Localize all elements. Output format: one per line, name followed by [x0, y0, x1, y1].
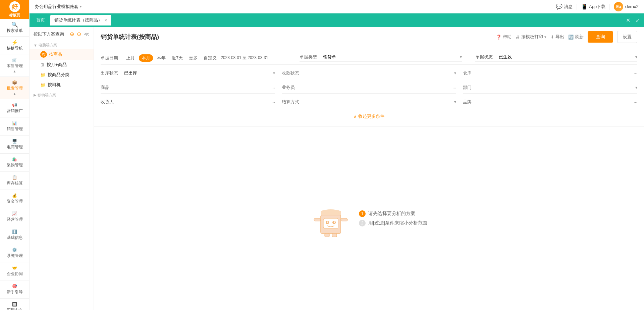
- sidebar-item-apps[interactable]: 🔲 应用中心: [0, 299, 29, 310]
- wholesale-label: 批发管理: [7, 86, 23, 91]
- sidebar-item-purchase[interactable]: 🛍️ 采购管理: [0, 154, 29, 172]
- export-icon: ⬇: [550, 35, 554, 40]
- date-last-month[interactable]: 上月: [124, 54, 137, 62]
- empty-hint-1: 1 请先选择要分析的方案: [359, 210, 427, 217]
- scheme-by-category-label: 按商品分类: [48, 72, 69, 78]
- page-header-actions: ❓ 帮助 🖨 按模板打印 ▾ ⬇ 导出 🔄 刷新: [496, 31, 637, 47]
- svg-point-5: [334, 221, 335, 223]
- print-icon: 🖨: [516, 35, 520, 40]
- sidebar-search-label: 搜索菜单: [3, 28, 26, 34]
- hint2-num: 2: [359, 220, 366, 226]
- industry-selector[interactable]: 办公用品行业模拟账套 ▾: [35, 4, 82, 10]
- month-goods-icon: 🗓: [40, 62, 45, 67]
- app-logo: 好 标板页: [0, 0, 29, 19]
- sidebar-item-basic[interactable]: ℹ️ 基础信息: [0, 226, 29, 244]
- collapse-bar[interactable]: ∧ 收起更多条件: [101, 111, 637, 122]
- refresh-action[interactable]: 🔄 刷新: [568, 34, 584, 40]
- scheme-by-category[interactable]: 📁 按商品分类: [30, 70, 94, 80]
- date-this-year[interactable]: 本年: [155, 54, 168, 62]
- hint2-label: 用[过滤]条件来缩小分析范围: [368, 220, 427, 226]
- add-scheme-icon[interactable]: ⊕: [70, 31, 74, 37]
- query-button[interactable]: 查询: [588, 31, 613, 43]
- sales-icon: 📊: [12, 121, 17, 125]
- system-icon: ⚙️: [12, 248, 17, 252]
- date-custom[interactable]: 自定义: [202, 54, 219, 62]
- user-menu[interactable]: Ea demo2: [614, 2, 639, 11]
- out-status-value: 已出库: [124, 70, 137, 76]
- settlement-dropdown-icon[interactable]: ▾: [454, 100, 456, 104]
- message-action[interactable]: 💬 消息: [556, 3, 573, 10]
- svg-rect-8: [325, 234, 329, 237]
- apps-label: 应用中心: [7, 307, 23, 310]
- salesperson-ellipsis[interactable]: ···: [452, 85, 456, 90]
- driver-icon: 📁: [40, 83, 46, 88]
- sidebar-item-enterprise[interactable]: 🤝 企业协同: [0, 262, 29, 280]
- marketing-icon: 📢: [12, 103, 17, 107]
- sidebar-item-sales[interactable]: 📊 销售管理: [0, 117, 29, 136]
- svg-rect-6: [314, 218, 321, 221]
- date-last7days[interactable]: 近7天: [170, 54, 185, 62]
- doc-status-value: 已生效: [499, 54, 512, 60]
- app-download-action[interactable]: 📱 App下载: [581, 3, 605, 10]
- sidebar-item-marketing[interactable]: 📢 营销推广: [0, 99, 29, 117]
- date-more[interactable]: 更多: [187, 54, 200, 62]
- retail-arrow: ▲: [13, 69, 16, 73]
- warehouse-ellipsis[interactable]: ···: [634, 71, 637, 76]
- scheme-by-month-goods[interactable]: 🗓 按月+商品: [30, 60, 94, 70]
- scheme-by-driver[interactable]: 📁 按司机: [30, 80, 94, 90]
- warehouse-label: 仓库: [463, 70, 486, 76]
- brand-ellipsis[interactable]: ···: [634, 100, 637, 105]
- out-status-dropdown-icon[interactable]: ▾: [273, 71, 275, 75]
- sidebar-item-guide[interactable]: 🎯 新手引导: [0, 280, 29, 299]
- sidebar-item-retail[interactable]: 🛒 零售管理 ▲: [0, 54, 29, 77]
- page-title: 销货单统计表(按商品): [101, 33, 159, 45]
- doc-status-dropdown-icon[interactable]: ▾: [635, 55, 637, 59]
- basic-icon: ℹ️: [12, 229, 17, 234]
- settings-button[interactable]: 设置: [617, 31, 637, 43]
- date-filter-label: 单据日期: [101, 55, 124, 61]
- doc-type-label: 单据类型: [300, 54, 323, 60]
- tab-expand-btn[interactable]: ⤢: [634, 16, 641, 25]
- out-status-label: 出库状态: [101, 70, 124, 76]
- sidebar-item-wholesale[interactable]: 📦 批发管理 ▲: [0, 77, 29, 99]
- doc-type-dropdown-icon[interactable]: ▾: [460, 55, 462, 59]
- inventory-label: 库存核算: [7, 180, 23, 186]
- date-range-display: 2023-03-01 至 2023-03-31: [221, 55, 268, 61]
- sidebar-item-finance[interactable]: 💰 资金管理: [0, 190, 29, 208]
- sidebar-item-ecommerce[interactable]: 🖥️ 电商管理: [0, 136, 29, 154]
- sidebar-quick-nav[interactable]: ⚡ 快捷导航: [0, 37, 29, 54]
- export-action[interactable]: ⬇ 导出: [550, 34, 564, 40]
- sidebar-item-inventory[interactable]: 📋 库存核算: [0, 172, 29, 190]
- ecommerce-icon: 🖥️: [12, 139, 17, 144]
- help-action[interactable]: ❓ 帮助: [496, 34, 512, 40]
- tab-home[interactable]: 首页: [32, 17, 49, 23]
- left-panel-title: 按以下方案查询: [34, 31, 64, 37]
- enterprise-icon: 🤝: [12, 266, 17, 270]
- department-label: 部门: [463, 85, 486, 91]
- tab-home-label: 首页: [36, 17, 45, 22]
- goods-ellipsis[interactable]: ···: [271, 85, 275, 90]
- topbar-divider2: [609, 4, 610, 10]
- date-this-month[interactable]: 本月: [139, 54, 153, 62]
- tab-sales-report[interactable]: 销货单统计表（按商品） ×: [50, 15, 111, 25]
- message-label: 消息: [564, 4, 573, 10]
- receiver-ellipsis[interactable]: ···: [271, 100, 275, 105]
- main-area: 办公用品行业模拟账套 ▾ 💬 消息 📱 App下载 Ea demo2 首页 销货…: [30, 0, 644, 310]
- sidebar-item-system[interactable]: ⚙️ 系统管理: [0, 244, 29, 262]
- scheme-by-goods[interactable]: 按 按商品: [30, 49, 94, 60]
- purchase-label: 采购管理: [7, 162, 23, 168]
- export-label: 导出: [555, 34, 564, 40]
- tab-close-btn[interactable]: ✕: [625, 16, 632, 25]
- tab-close-icon[interactable]: ×: [104, 18, 107, 22]
- payment-status-dropdown-icon[interactable]: ▾: [454, 71, 456, 75]
- sidebar-item-management[interactable]: 📈 经营管理: [0, 208, 29, 226]
- print-action[interactable]: 🖨 按模板打印 ▾: [516, 34, 546, 40]
- finance-label: 资金管理: [7, 199, 23, 204]
- left-panel: 按以下方案查询 ⊕ ⊙ ≪ ▼ 电脑端方案 按 按商品 🗓 按月+商品: [30, 27, 94, 310]
- wholesale-arrow: ▲: [13, 92, 16, 96]
- department-dropdown-icon[interactable]: ▾: [635, 85, 637, 90]
- collapse-panel-icon[interactable]: ≪: [84, 31, 90, 37]
- industry-dropdown-icon: ▾: [80, 4, 82, 9]
- sidebar-search[interactable]: 🔍 搜索菜单: [0, 19, 29, 37]
- edit-scheme-icon[interactable]: ⊙: [77, 31, 81, 37]
